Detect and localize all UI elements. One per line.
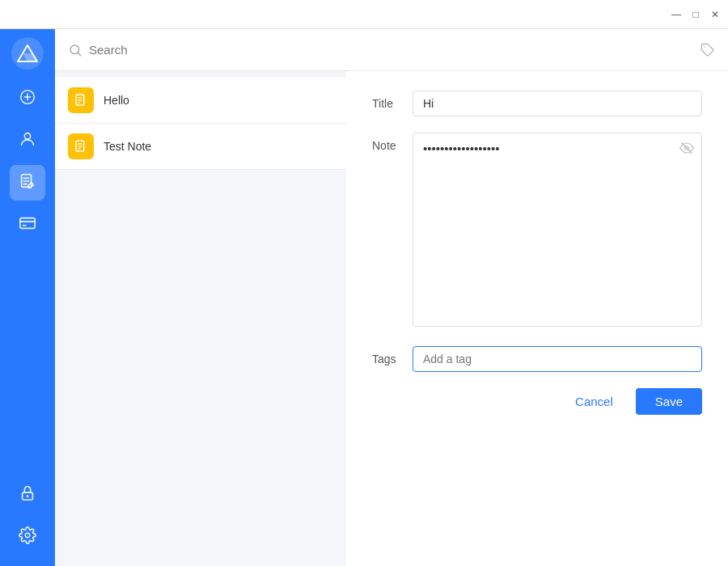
title-input[interactable] [413,91,702,116]
search-icon [68,43,83,57]
maximize-button[interactable]: □ [689,8,702,21]
svg-point-16 [25,533,30,538]
note-icon-test [68,133,94,159]
window-controls: — □ ✕ [670,8,722,21]
detail-panel: Title Note •••••••••••••••••• [346,71,728,566]
sidebar-item-settings[interactable] [10,519,45,555]
cancel-button[interactable]: Cancel [562,388,626,415]
tags-field-row: Tags [372,346,702,372]
title-field-row: Title [372,91,702,116]
card-icon [19,214,36,235]
save-button[interactable]: Save [636,388,702,415]
main-layout: Hello Test Note [0,29,728,566]
note-item-test[interactable]: Test Note [55,124,346,170]
lock-icon [19,484,36,505]
app-logo[interactable] [11,37,44,70]
svg-point-6 [24,133,30,139]
svg-line-18 [78,53,80,55]
content-area: Hello Test Note [55,29,728,566]
sidebar-item-add[interactable] [10,81,45,116]
note-textarea[interactable]: •••••••••••••••••• [413,133,702,327]
below-search: Hello Test Note [55,71,728,566]
svg-rect-11 [20,218,35,229]
note-title-test: Test Note [104,140,151,153]
svg-point-15 [27,495,29,497]
sidebar-item-notes[interactable] [10,165,45,201]
sidebar [0,29,55,566]
sidebar-item-profile[interactable] [10,123,45,158]
notes-list: Hello Test Note [55,71,346,566]
title-label: Title [372,91,413,110]
close-button[interactable]: ✕ [709,8,722,21]
note-label: Note [372,133,413,152]
eye-icon[interactable] [679,141,694,158]
person-icon [19,130,36,151]
tags-label: Tags [372,346,413,365]
tags-input[interactable] [413,346,702,372]
note-field-row: Note •••••••••••••••••• [372,133,702,330]
search-bar [55,29,728,71]
minimize-button[interactable]: — [670,8,683,21]
note-item-hello[interactable]: Hello [55,78,346,124]
svg-point-17 [70,45,79,54]
plus-icon [19,88,36,109]
sidebar-item-lock[interactable] [10,477,45,513]
actions-row: Cancel Save [372,388,702,415]
sidebar-item-cards[interactable] [10,207,45,243]
note-icon-hello [68,87,94,113]
gear-icon [19,526,36,547]
note-title-hello: Hello [104,94,129,107]
notes-icon [19,172,36,193]
note-textarea-wrap: •••••••••••••••••• [413,133,702,330]
title-bar: — □ ✕ [0,0,728,29]
tag-icon[interactable] [700,43,715,57]
search-input[interactable] [89,43,700,57]
